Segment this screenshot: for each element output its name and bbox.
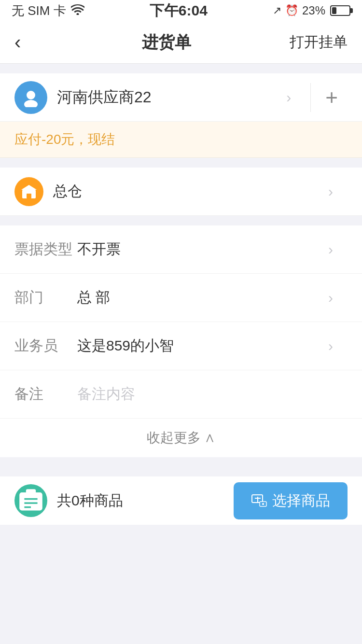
section-gap-4 <box>0 457 362 467</box>
svg-point-1 <box>24 100 38 107</box>
warehouse-row[interactable]: 总仓 › <box>0 168 362 216</box>
svg-rect-6 <box>26 489 36 494</box>
supplier-card: 河南供应商22 › + 应付-20元，现结 <box>0 73 362 158</box>
alarm-icon: ⏰ <box>285 4 298 17</box>
warehouse-chevron-icon: › <box>328 183 333 200</box>
select-product-button[interactable]: 选择商品 <box>234 482 348 519</box>
invoice-type-label: 票据类型 <box>14 239 77 259</box>
supplier-name: 河南供应商22 <box>57 87 286 108</box>
remark-label: 备注 <box>14 384 77 404</box>
supplier-divider <box>310 83 311 112</box>
product-count-label: 共0种商品 <box>57 491 234 511</box>
invoice-type-row[interactable]: 票据类型 不开票 › <box>0 225 362 274</box>
warehouse-card: 总仓 › <box>0 168 362 216</box>
status-bar: 无 SIM 卡 下午6:04 ↗ ⏰ 23% <box>0 0 362 21</box>
salesman-value: 这是859的小智 <box>77 336 328 356</box>
page-title: 进货单 <box>142 31 191 54</box>
remark-row[interactable]: 备注 备注内容 <box>0 370 362 419</box>
svg-point-0 <box>27 91 35 99</box>
department-chevron-icon: › <box>328 290 333 306</box>
product-icon <box>14 484 47 517</box>
department-label: 部门 <box>14 288 77 308</box>
status-right: ↗ ⏰ 23% <box>273 4 350 17</box>
remark-placeholder: 备注内容 <box>77 384 348 404</box>
form-card: 票据类型 不开票 › 部门 总 部 › 业务员 这是859的小智 › 备注 备注… <box>0 225 362 457</box>
open-pending-button[interactable]: 打开挂单 <box>290 32 348 52</box>
add-supplier-button[interactable]: + <box>316 85 348 110</box>
supplier-avatar <box>14 81 47 114</box>
department-value: 总 部 <box>77 288 328 308</box>
svg-rect-4 <box>27 194 31 198</box>
collapse-label: 收起更多 ∧ <box>147 429 216 447</box>
location-icon: ↗ <box>273 4 281 17</box>
sim-label: 无 SIM 卡 <box>12 2 66 19</box>
svg-marker-3 <box>21 185 37 190</box>
invoice-type-value: 不开票 <box>77 239 328 259</box>
section-gap-2 <box>0 158 362 168</box>
battery-percent: 23% <box>302 4 325 17</box>
nav-bar: ‹ 进货单 打开挂单 <box>0 21 362 64</box>
invoice-type-chevron-icon: › <box>328 241 333 258</box>
battery-icon <box>330 5 350 16</box>
select-product-label: 选择商品 <box>272 491 330 511</box>
warehouse-icon <box>14 177 43 206</box>
status-left: 无 SIM 卡 <box>12 2 84 19</box>
section-gap-1 <box>0 64 362 73</box>
salesman-chevron-icon: › <box>328 338 333 354</box>
notice-text: 应付-20元，现结 <box>14 132 115 147</box>
bottom-product-section: 共0种商品 选择商品 <box>0 476 362 525</box>
notice-bar: 应付-20元，现结 <box>0 122 362 158</box>
back-button[interactable]: ‹ <box>14 31 43 53</box>
salesman-label: 业务员 <box>14 336 77 356</box>
collapse-button[interactable]: 收起更多 ∧ <box>0 419 362 457</box>
supplier-row[interactable]: 河南供应商22 › + <box>0 73 362 122</box>
wifi-icon <box>71 3 84 18</box>
warehouse-name: 总仓 <box>53 182 328 201</box>
section-gap-3 <box>0 216 362 225</box>
grey-background <box>0 525 362 644</box>
department-row[interactable]: 部门 总 部 › <box>0 274 362 322</box>
status-time: 下午6:04 <box>150 1 208 21</box>
salesman-row[interactable]: 业务员 这是859的小智 › <box>0 322 362 370</box>
supplier-chevron-icon: › <box>286 89 291 106</box>
